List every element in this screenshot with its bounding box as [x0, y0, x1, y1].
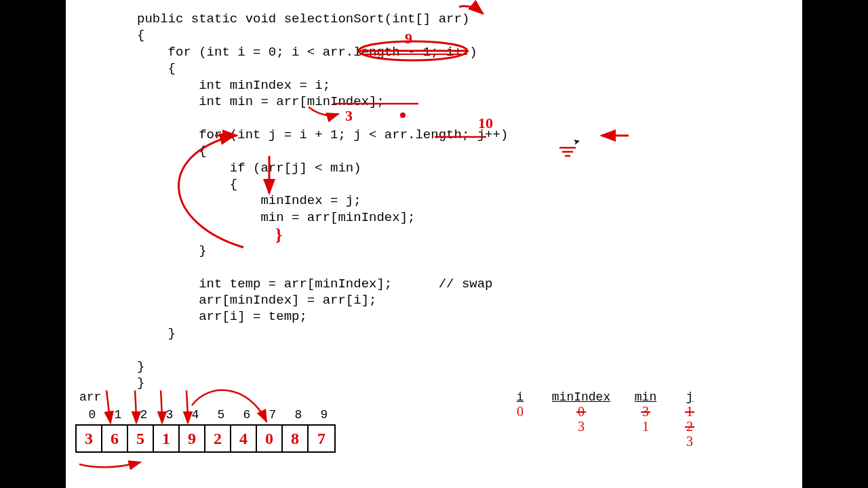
cursor-icon: ➤	[572, 134, 582, 150]
array-cell: 4	[231, 426, 257, 451]
annotation-brace: }	[275, 225, 282, 245]
array-cell: 6	[102, 426, 128, 451]
array-indices: 0123456789	[79, 408, 337, 422]
array-cell: 8	[283, 426, 309, 451]
code-block: public static void selectionSort(int[] a…	[137, 11, 508, 391]
array-cell: 5	[128, 426, 154, 451]
array-cell: 7	[309, 426, 334, 451]
annotation-nine: 9	[405, 30, 412, 47]
array-cell: 3	[77, 426, 102, 451]
trace-col-minindex: minIndex 0 3	[547, 390, 615, 449]
trace-col-j: j 1 2 3	[676, 390, 703, 449]
array-label: arr	[79, 390, 101, 404]
array-visualization: 3 6 5 1 9 2 4 0 8 7	[75, 424, 336, 453]
trace-table: i 0 minIndex 0 3 min 3 1 j 1 2 3	[507, 390, 703, 449]
annotation-ten: 10	[478, 115, 493, 132]
array-cell: 1	[154, 426, 180, 451]
trace-col-i: i 0	[507, 390, 534, 449]
whiteboard-canvas: public static void selectionSort(int[] a…	[66, 0, 802, 488]
trace-col-min: min 3 1	[629, 390, 663, 449]
array-cell: 9	[180, 426, 205, 451]
annotation-three: 3	[345, 107, 353, 125]
array-cell: 0	[257, 426, 283, 451]
array-cell: 2	[205, 426, 231, 451]
